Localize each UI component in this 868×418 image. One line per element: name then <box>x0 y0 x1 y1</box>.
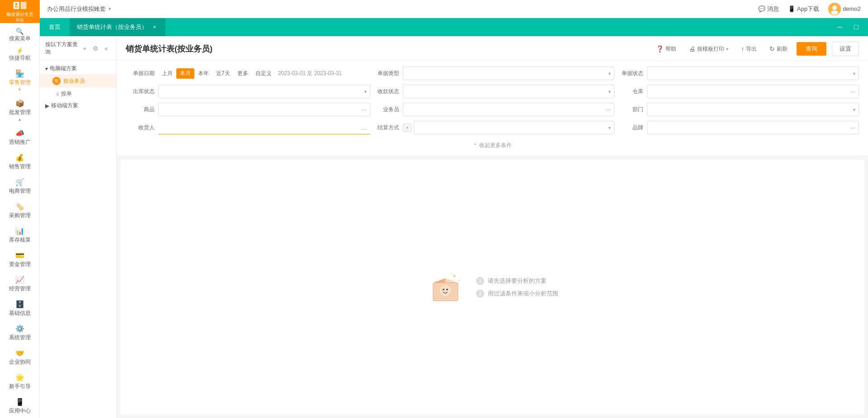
user-profile[interactable]: demo2 <box>828 3 861 15</box>
sidebar-item-finance-label: 资金管理 <box>9 261 31 268</box>
page-title-bar: 销货单统计表(按业务员) ❓ 帮助 🖨 按模板打印 ▾ ↑ 导出 <box>117 36 868 61</box>
export-label: 导出 <box>746 45 757 53</box>
docstatus-select[interactable] <box>647 66 859 80</box>
left-panel-title: 按以下方案查询 <box>45 41 80 56</box>
settlement-label: 结算方式 <box>370 124 403 132</box>
salesperson-dots[interactable]: ··· <box>606 106 611 113</box>
quick-nav[interactable]: ⚡ 快捷导航 <box>0 45 39 64</box>
sidebar-item-enterprise[interactable]: 🤝 企业协同 <box>0 345 39 370</box>
tab-bar-controls: ─ □ <box>834 21 868 33</box>
help-btn[interactable]: ❓ 帮助 <box>652 43 680 55</box>
avatar-img <box>828 3 841 15</box>
date-tab-7days[interactable]: 近7天 <box>212 68 234 79</box>
desktop-scheme-header[interactable]: ▾ 电脑端方案 <box>40 63 116 74</box>
sidebar: 畅捷通好生意 标版 🔍 搜索菜单 ⚡ 快捷导航 🏪 零售管理 ▾ 📦 批发管理 … <box>0 0 40 418</box>
sidebar-item-marketing[interactable]: 📣 营销推广 <box>0 125 39 150</box>
page-title: 销货单统计表(按业务员) <box>126 43 212 54</box>
date-tab-this-month[interactable]: 本月 <box>176 68 194 79</box>
tab-maximize-btn[interactable]: □ <box>850 21 863 33</box>
purchase-icon: 🏷️ <box>15 202 24 211</box>
retail-arrow: ▾ <box>19 87 21 92</box>
tab-home[interactable]: 首页 <box>40 18 70 36</box>
top-header: 办公用品行业模拟账套 ▾ 💬 消息 📱 App下载 de <box>40 0 868 18</box>
goods-dots[interactable]: ··· <box>361 106 367 113</box>
mobile-scheme-group[interactable]: ▶ 移动端方案 <box>40 100 116 111</box>
settlement-select[interactable] <box>414 121 614 134</box>
svg-point-12 <box>453 275 456 277</box>
doctype-select[interactable] <box>403 66 615 80</box>
collapse-panel-btn[interactable]: « <box>102 44 111 53</box>
outstock-select[interactable] <box>158 85 370 98</box>
goods-input[interactable] <box>158 103 370 116</box>
brand-label: 品牌 <box>614 124 647 132</box>
sidebar-item-system[interactable]: ⚙️ 系统管理 <box>0 321 39 345</box>
salesperson-input[interactable] <box>403 103 615 116</box>
top-header-right: 💬 消息 📱 App下载 demo2 <box>758 3 861 15</box>
print-btn[interactable]: 🖨 按模板打印 ▾ <box>685 43 732 55</box>
export-btn[interactable]: ↑ 导出 <box>737 43 760 55</box>
refresh-btn[interactable]: ↻ 刷新 <box>766 43 791 55</box>
warehouse-input[interactable] <box>647 85 859 98</box>
warehouse-dots[interactable]: ··· <box>850 88 855 95</box>
refresh-label: 刷新 <box>777 45 788 53</box>
scheme-item-salesperson[interactable]: 按 按业务员 <box>40 74 116 88</box>
sidebar-item-retail[interactable]: 🏪 零售管理 ▾ <box>0 66 39 95</box>
sidebar-item-newbie[interactable]: 🌟 新手引导 <box>0 370 39 394</box>
sidebar-item-marketing-label: 营销推广 <box>9 138 31 146</box>
sidebar-item-inventory[interactable]: 📊 库存核算 <box>0 223 39 247</box>
brand-control: ··· <box>647 121 859 134</box>
brand-dots[interactable]: ··· <box>850 124 855 131</box>
brand-input[interactable] <box>647 121 859 134</box>
receipt-select[interactable] <box>403 85 615 98</box>
add-scheme-btn[interactable]: + <box>80 44 89 53</box>
sidebar-item-finance[interactable]: 💳 资金管理 <box>0 247 39 272</box>
receiver-input[interactable] <box>158 121 370 134</box>
empty-text: 1 请先选择要分析的方案 2 用过滤条件来缩小分析范围 <box>476 277 558 298</box>
department-label: 部门 <box>614 106 647 114</box>
export-icon: ↑ <box>741 45 744 52</box>
date-tab-this-year[interactable]: 本年 <box>194 68 212 79</box>
collapse-section: ⌃ 收起更多条件 <box>126 139 859 150</box>
message-btn[interactable]: 💬 消息 <box>758 5 779 13</box>
user-name: demo2 <box>843 5 861 12</box>
tab-close-btn[interactable]: × <box>151 24 158 31</box>
content-area: 1 请先选择要分析的方案 2 用过滤条件来缩小分析范围 <box>120 160 864 414</box>
sidebar-item-purchase[interactable]: 🏷️ 采购管理 <box>0 199 39 223</box>
filter-brand-field: 品牌 ··· <box>614 121 859 134</box>
receiver-dots[interactable]: ··· <box>361 125 367 133</box>
filter-department-field: 部门 ▾ <box>614 103 859 116</box>
sidebar-item-ecommerce[interactable]: 🛒 电商管理 <box>0 174 39 199</box>
tab-home-label: 首页 <box>49 23 61 31</box>
svg-point-17 <box>446 289 448 290</box>
outstock-label: 出库状态 <box>126 88 158 95</box>
sub-scheme-item-order[interactable]: ≡ 按单 <box>40 88 116 100</box>
settings-button[interactable]: 设置 <box>832 42 859 56</box>
app-download-icon: 📱 <box>788 5 795 12</box>
department-select[interactable] <box>647 103 859 116</box>
sidebar-item-apps[interactable]: 📱 应用中心 <box>0 394 39 418</box>
scheme-settings-btn[interactable]: ⚙ <box>91 44 100 53</box>
tab-minimize-btn[interactable]: ─ <box>834 21 846 33</box>
tab-active[interactable]: 销货单统计表（按业务员） × <box>70 18 165 36</box>
date-tab-last-month[interactable]: 上月 <box>158 68 176 79</box>
app-download-btn[interactable]: 📱 App下载 <box>788 5 819 13</box>
collapse-btn[interactable]: ⌃ 收起更多条件 <box>473 142 512 149</box>
sidebar-search[interactable]: 🔍 搜索菜单 <box>0 23 39 45</box>
sidebar-item-wholesale[interactable]: 📦 批发管理 ▲ <box>0 95 39 125</box>
date-tab-more[interactable]: 更多 <box>234 68 252 79</box>
sidebar-logo[interactable]: 畅捷通好生意 标版 <box>0 0 40 23</box>
date-tab-custom[interactable]: 自定义 <box>252 68 275 79</box>
sidebar-item-operations[interactable]: 📈 经营管理 <box>0 272 39 296</box>
print-label: 按模板打印 <box>697 45 724 53</box>
message-icon: 💬 <box>758 5 765 12</box>
filter-area: 单据日期 上月 本月 本年 近7天 更多 自定义 <box>117 61 868 156</box>
sidebar-item-basic[interactable]: 🗄️ 基础信息 <box>0 296 39 321</box>
workspace-selector[interactable]: 办公用品行业模拟账套 ▾ <box>47 5 111 13</box>
query-button[interactable]: 查询 <box>797 42 826 56</box>
settlement-tag-close[interactable]: × <box>406 125 409 130</box>
sidebar-item-retail-label: 零售管理 <box>9 79 31 86</box>
svg-marker-10 <box>445 278 458 283</box>
retail-icon: 🏪 <box>15 69 24 78</box>
sidebar-item-sales[interactable]: 💰 销售管理 <box>0 150 39 174</box>
workspace-dropdown-arrow[interactable]: ▾ <box>108 6 111 12</box>
